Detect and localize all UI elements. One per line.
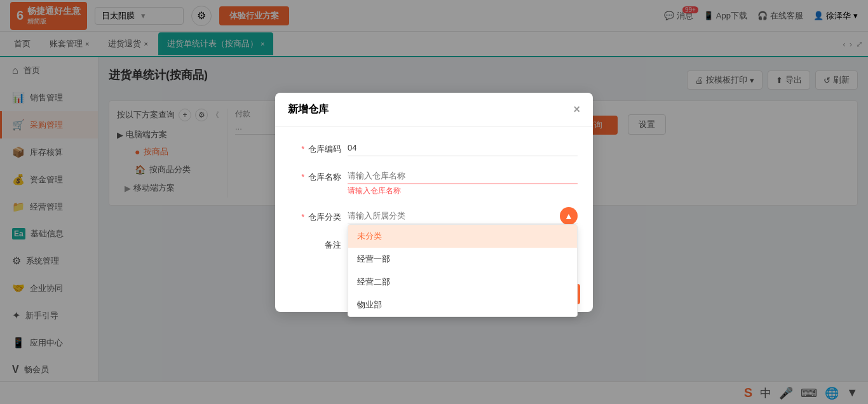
code-required-star: * [301,144,304,154]
dialog-body: * 仓库编码 * 仓库名称 请输入仓库名称 [275,127,593,276]
code-label: 仓库编码 [308,144,341,154]
warehouse-category-row: * 仓库分类 ▲ 未分类 经营一部 经营二部 物业部 [290,208,578,224]
add-warehouse-dialog: 新增仓库 × * 仓库编码 * 仓库名称 [275,93,593,312]
category-field-content: ▲ 未分类 经营一部 经营二部 物业部 [348,208,578,224]
warehouse-code-row: * 仓库编码 [290,140,578,156]
name-field-content: 请输入仓库名称 [348,168,578,196]
name-error-message: 请输入仓库名称 [348,185,578,196]
warehouse-category-input[interactable] [348,208,578,224]
dialog-header: 新增仓库 × [275,93,593,127]
code-field-content [348,140,578,156]
category-dropdown-list: 未分类 经营一部 经营二部 物业部 [348,224,578,317]
dropdown-item-dept1[interactable]: 经营一部 [348,248,577,271]
category-required-star: * [301,212,304,222]
warehouse-name-input[interactable] [348,168,578,184]
dialog-title: 新增仓库 [288,103,329,116]
dropdown-item-property[interactable]: 物业部 [348,293,577,316]
dropdown-item-dept2[interactable]: 经营二部 [348,271,577,293]
name-required-star: * [301,172,304,182]
warehouse-name-row: * 仓库名称 请输入仓库名称 [290,168,578,196]
modal-overlay: 新增仓库 × * 仓库编码 * 仓库名称 [0,0,868,404]
category-dropdown-toggle[interactable]: ▲ [560,207,578,225]
remark-label: 备注 [325,240,341,250]
warehouse-code-input[interactable] [348,140,578,156]
dropdown-item-uncategorized[interactable]: 未分类 [348,225,577,248]
category-label: 仓库分类 [308,212,341,222]
name-label: 仓库名称 [308,172,341,182]
dialog-close-button[interactable]: × [573,103,580,116]
